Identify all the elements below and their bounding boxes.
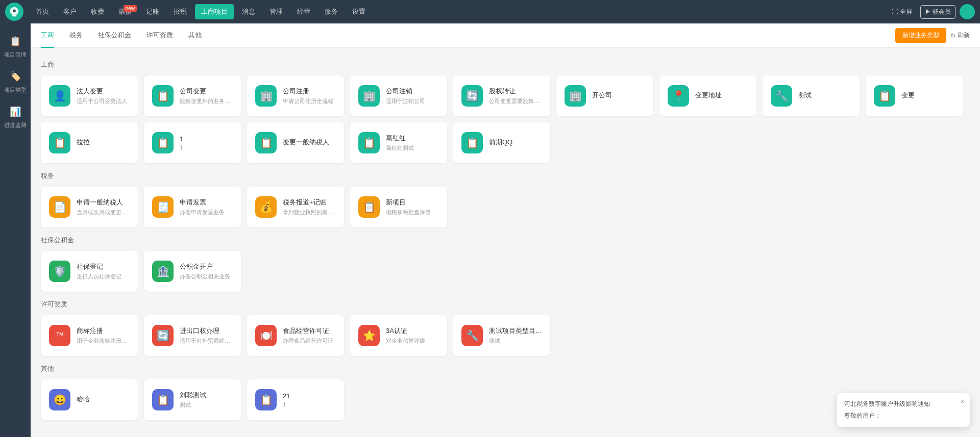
card-title-3a: 3A认证 [386,326,439,336]
avatar[interactable] [960,4,975,19]
vip-button[interactable]: ▶ 畅会员 [920,5,955,19]
card-shangbiao[interactable]: ™ 商标注册 用于企业商标注册服务 [41,315,138,356]
nav-operation[interactable]: 经营 [291,4,316,19]
nav-settings[interactable]: 设置 [346,4,372,19]
nav-message[interactable]: 消息 [236,4,261,19]
card-gongjijin[interactable]: 🏦 公积金开户 办理公积金相关业务 [144,251,241,292]
fullscreen-button[interactable]: ⛶ 全屏 [888,6,916,18]
card-sub-shebaodengji: 进行人员社保登记 [77,273,130,280]
card-gongsizhu2[interactable]: 🏢 公司注销 适用于注销公司 [350,75,447,116]
card-icon-gongsizhu: 🏢 [255,85,277,107]
shuiwu-cards: 📄 申请一般纳税人 当月或次月成变更完成 🧾 申请发票 办理申请发票业务 💰 税… [41,187,970,227]
card-xinxiangmu[interactable]: 📋 新项目 报税加税控盘保管 [350,187,447,227]
card-gongsibianeng[interactable]: 📋 公司变更 股权变更外的业务变更 [144,75,241,116]
card-gehong[interactable]: 📋 葛红红 葛红红测试 [350,122,447,163]
card-ceshi[interactable]: 🔧 测试 [763,75,860,116]
card-title-lala: 拉拉 [77,138,130,147]
card-21[interactable]: 📋 21 1 [247,379,344,420]
card-title-biangengdizhi: 变更地址 [695,91,748,100]
card-sub-liucong: 测试 [180,401,233,409]
card-title-biangengna: 变更一般纳税人 [283,138,336,147]
card-icon-lala: 📋 [49,132,70,153]
card-icon-biangengná: 📋 [255,132,277,153]
card-biangeng[interactable]: 📋 变更 [866,75,963,116]
tab-shuiwu[interactable]: 税务 [69,23,83,48]
card-sub-guzhuanrang: 公司变更需要股权转让 [489,97,542,105]
card-icon-guzhuanrang: 🔄 [461,85,483,107]
card-lala[interactable]: 📋 拉拉 [41,122,138,163]
card-yibanna税[interactable]: 📄 申请一般纳税人 当月或次月成变更完成 [41,187,138,227]
nav-manage[interactable]: 管理 [263,4,289,19]
logo[interactable] [5,3,23,21]
nav-customer[interactable]: 客户 [57,4,83,19]
card-title-kaigongsi: 开公司 [592,91,645,100]
card-guzhuanrang[interactable]: 🔄 股权转让 公司变更需要股权转让 [453,75,550,116]
card-icon-gongjijin: 🏦 [152,261,174,282]
nav-ticket[interactable]: 票据 new [112,4,138,19]
card-title-gehong: 葛红红 [386,134,439,143]
nav-accounting[interactable]: 记账 [140,4,165,19]
card-icon-yibanna: 📄 [49,196,70,218]
card-sub-3a: 对企业信誉评级 [386,337,439,345]
card-jinchuk[interactable]: 🔄 进出口权办理 适用于对外贸易经营者 [144,315,241,356]
card-sub-gehong: 葛红红测试 [386,144,439,152]
tab-qita[interactable]: 其他 [188,23,202,48]
add-type-button[interactable]: 新增业务类型 [895,28,946,43]
card-kaigongsi[interactable]: 🏢 开公司 [556,75,653,116]
qita-cards: 😀 哈哈 📋 刘聪测试 测试 📋 21 1 [41,379,970,420]
svg-point-0 [13,9,16,12]
card-fapiao[interactable]: 🧾 申请发票 办理申请发票业务 [144,187,241,227]
card-title-jinchuk: 进出口权办理 [180,326,233,336]
shebao-cards: 🛡️ 社保登记 进行人员社保登记 🏦 公积金开户 办理公积金相关业务 [41,251,970,292]
card-sub-ceshixiangmu: 测试 [489,337,542,345]
card-haha[interactable]: 😀 哈哈 [41,379,138,420]
card-biangeng納[interactable]: 📋 变更一般纳税人 [247,122,344,163]
card-farenbianeng[interactable]: 👤 法人变更 适用于公司变更法人 [41,75,138,116]
progress-icon: 📊 [8,104,23,119]
card-title-one: 1 [180,135,233,143]
notification-popup: × 河北税务数字账户升级影响通知 尊敬的用户： [837,393,970,427]
card-ceshixiangmu[interactable]: 🔧 测试项目类型目定义 测试 [453,315,550,356]
card-title-ceshi: 测试 [798,91,851,100]
notification-close-button[interactable]: × [961,397,965,405]
card-shuiwubao[interactable]: 💰 税务报道+记账 拿到营业执照的新公司 [247,187,344,227]
nav-home[interactable]: 首页 [30,4,55,19]
tab-xukezi[interactable]: 许可资质 [146,23,173,48]
tab-gongshang[interactable]: 工商 [41,23,54,48]
nav-tax[interactable]: 报税 [167,4,193,19]
card-icon-3a: ⭐ [358,325,380,346]
card-title-21: 21 [283,392,336,400]
section-title-gongshang: 工商 [41,60,970,69]
card-title-qianqi: 前期QQ [489,138,542,147]
card-qianqi[interactable]: 📋 前期QQ [453,122,550,163]
card-title-shuiwubao: 税务报道+记账 [283,198,336,207]
card-sub-gongjijin: 办理公积金相关业务 [180,273,233,280]
nav-service[interactable]: 服务 [318,4,344,19]
card-shipin[interactable]: 🍽️ 食品经营许可证 办理食品经营许可证 [247,315,344,356]
sidebar-item-project-type[interactable]: 🏷️ 项目类型 [0,64,31,99]
card-3a[interactable]: ⭐ 3A认证 对企业信誉评级 [350,315,447,356]
card-icon-shuiwubao: 💰 [255,196,277,218]
card-title-guzhuanrang: 股权转让 [489,87,542,96]
card-sub-gongsizhu2: 适用于注销公司 [386,97,439,105]
card-liucong[interactable]: 📋 刘聪测试 测试 [144,379,241,420]
card-title-gongjijin: 公积金开户 [180,262,233,271]
tab-shebao[interactable]: 社保公积金 [98,23,131,48]
card-sub-yibanna: 当月或次月成变更完成 [77,209,130,216]
sidebar: 📋 项目管理 🏷️ 项目类型 📊 进度监测 [0,23,31,437]
refresh-button[interactable]: ↻ 刷新 [950,31,970,40]
card-shebaodengjii[interactable]: 🛡️ 社保登记 进行人员社保登记 [41,251,138,292]
main-content: 工商 税务 社保公积金 许可资质 其他 新增业务类型 ↻ 刷新 工商 👤 法人变… [31,23,980,437]
card-title-xinxiangmu: 新项目 [386,198,439,207]
card-one[interactable]: 📋 1 1 [144,122,241,163]
card-icon-gehong: 📋 [358,132,380,153]
card-icon-biangeng: 📋 [874,85,895,107]
card-icon-farenbianeng: 👤 [49,85,70,107]
sidebar-item-project-manage[interactable]: 📋 项目管理 [0,29,31,64]
sidebar-item-progress[interactable]: 📊 进度监测 [0,99,31,134]
card-biangengdizhi[interactable]: 📍 变更地址 [659,75,756,116]
card-gongsizhu[interactable]: 🏢 公司注册 申请公司注册全流程 [247,75,344,116]
nav-billing[interactable]: 收费 [85,4,110,19]
nav-industry[interactable]: 工商项目 [195,4,234,19]
refresh-icon: ↻ [950,32,955,39]
